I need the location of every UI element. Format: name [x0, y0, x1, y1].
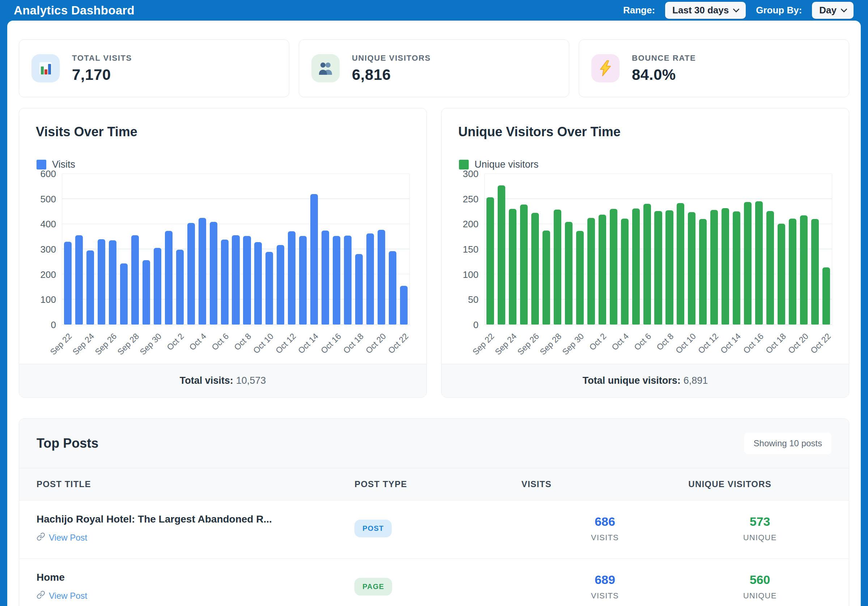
bar-oct-17	[344, 236, 352, 325]
x-tick-label: Oct 16	[741, 331, 765, 356]
stat-card-total-visits: TOTAL VISITS 7,170	[19, 39, 289, 97]
bar-oct-14	[733, 212, 740, 325]
col-post-title: POST TITLE	[37, 479, 355, 489]
x-tick-label: Oct 22	[809, 331, 833, 356]
bar-oct-19	[366, 233, 374, 325]
table-body: Hachijo Royal Hotel: The Largest Abandon…	[19, 501, 849, 606]
stat-card-bounce-rate: BOUNCE RATE 84.0%	[579, 39, 849, 97]
bar-sep-29	[565, 222, 572, 325]
x-tick-label: Sep 24	[71, 331, 96, 357]
table-row: Hachijo Royal Hotel: The Largest Abandon…	[19, 501, 849, 559]
bar-sep-27	[542, 230, 550, 325]
x-tick-label: Sep 24	[493, 331, 519, 357]
bar-oct-16	[333, 236, 340, 325]
stats-row: TOTAL VISITS 7,170 UNIQUE VISITORS 6,816	[19, 39, 849, 97]
stat-value: 84.0%	[632, 66, 696, 83]
bar-oct-4	[198, 218, 206, 325]
chart-footer-value: 10,573	[236, 375, 266, 386]
table-column-headers: POST TITLE POST TYPE VISITS UNIQUE VISIT…	[19, 468, 849, 501]
x-tick-label: Sep 28	[115, 331, 141, 357]
x-tick-label: Oct 2	[165, 331, 186, 352]
lightning-icon	[591, 54, 620, 82]
group-by-select-value: Day	[819, 5, 837, 16]
post-title: Home	[37, 572, 355, 583]
bar-oct-8	[243, 236, 251, 325]
bar-oct-1	[587, 218, 595, 325]
chart-footer: Total visits:10,573	[19, 364, 426, 397]
y-tick-label: 0	[473, 320, 479, 331]
stat-value: 7,170	[72, 66, 132, 83]
x-axis-labels: Sep 22Sep 24Sep 26Sep 28Sep 30Oct 2Oct 4…	[484, 325, 832, 364]
x-tick-label: Sep 22	[471, 331, 496, 357]
bar-sep-26	[109, 240, 116, 325]
x-tick-label: Oct 14	[296, 331, 321, 356]
col-post-type: POST TYPE	[355, 479, 522, 489]
bar-sep-24	[87, 250, 94, 325]
top-posts-card: Top Posts Showing 10 posts POST TITLE PO…	[19, 419, 849, 606]
group-by-select[interactable]: Day	[812, 2, 854, 19]
bar-oct-8	[665, 210, 673, 325]
unique-value: 573	[688, 515, 831, 529]
post-type-badge: POST	[355, 519, 392, 537]
view-post-link[interactable]: View Post	[37, 532, 87, 543]
x-tick-label: Oct 12	[274, 331, 298, 356]
stat-label: UNIQUE VISITORS	[352, 54, 431, 63]
y-tick-label: 150	[463, 244, 479, 255]
page-title: Analytics Dashboard	[14, 4, 135, 17]
unique-label: UNIQUE	[688, 533, 831, 543]
chart-title: Unique Visitors Over Time	[458, 124, 832, 139]
bar-sep-29	[143, 260, 150, 325]
stat-card-unique-visitors: UNIQUE VISITORS 6,816	[299, 39, 569, 97]
bar-oct-12	[288, 231, 296, 325]
bars	[62, 174, 409, 325]
y-axis-labels: 0100200300400500600	[36, 174, 62, 325]
bar-chart-icon	[31, 54, 60, 82]
range-select[interactable]: Last 30 days	[665, 2, 746, 19]
view-post-label: View Post	[49, 533, 87, 543]
y-tick-label: 0	[51, 320, 56, 331]
bar-oct-13	[722, 208, 729, 325]
bar-oct-10	[688, 212, 696, 325]
col-unique-visitors: UNIQUE VISITORS	[688, 479, 831, 489]
chevron-down-icon	[840, 6, 847, 12]
people-icon	[312, 54, 339, 82]
bar-oct-13	[299, 236, 307, 325]
bar-sep-28	[131, 235, 139, 325]
bar-oct-2	[176, 250, 184, 325]
bar-oct-16	[755, 201, 763, 325]
legend-label: Unique visitors	[474, 159, 538, 170]
view-post-label: View Post	[49, 591, 87, 601]
visits-value: 689	[522, 573, 688, 587]
range-label: Range:	[623, 5, 655, 16]
dashboard-sheet: TOTAL VISITS 7,170 UNIQUE VISITORS 6,816	[7, 21, 861, 606]
bar-oct-12	[710, 210, 718, 325]
range-select-value: Last 30 days	[672, 5, 729, 16]
bar-oct-6	[643, 204, 651, 325]
table-row: HomeView PostPAGE689VISITS560UNIQUE	[19, 559, 849, 606]
bars	[485, 174, 832, 325]
top-posts-title: Top Posts	[37, 436, 98, 451]
bar-oct-5	[210, 222, 217, 325]
chart-footer-label: Total visits:	[180, 375, 233, 386]
bar-oct-7	[654, 211, 662, 325]
x-tick-label: Oct 2	[587, 331, 608, 352]
x-tick-label: Sep 30	[560, 331, 586, 357]
bar-oct-18	[778, 224, 785, 325]
bar-sep-25	[520, 204, 528, 325]
bar-oct-3	[610, 209, 617, 325]
x-tick-label: Oct 8	[232, 331, 253, 352]
x-tick-label: Oct 16	[319, 331, 343, 356]
stat-label: TOTAL VISITS	[72, 54, 132, 63]
view-post-link[interactable]: View Post	[37, 591, 87, 601]
x-tick-label: Oct 12	[696, 331, 721, 356]
bar-oct-10	[265, 252, 273, 325]
bar-oct-21	[389, 251, 397, 325]
bar-sep-22	[64, 242, 71, 325]
bar-sep-25	[98, 239, 105, 325]
visits-value: 686	[522, 515, 688, 529]
y-tick-label: 400	[40, 219, 56, 230]
stat-value: 6,816	[352, 66, 431, 83]
bar-oct-15	[744, 202, 752, 325]
y-axis-labels: 050100150200250300	[458, 174, 484, 325]
chart-title: Visits Over Time	[36, 124, 410, 139]
